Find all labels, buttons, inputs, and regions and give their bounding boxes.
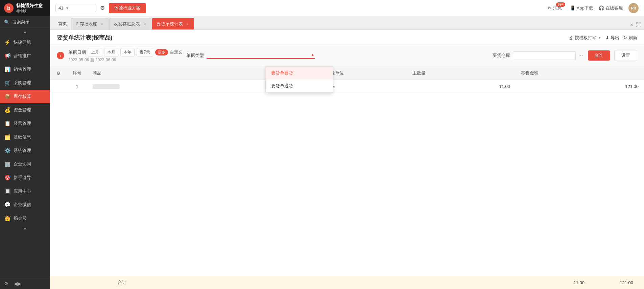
maximize-btn[interactable]: ⛶ (636, 22, 641, 28)
sidebar-search[interactable]: 🔍 搜索菜单 (0, 16, 50, 28)
app-center-icon: 🔲 (4, 188, 11, 195)
basic-icon: 🗂️ (4, 134, 11, 140)
table-row: 1 块 11.00 121.00 (50, 80, 644, 93)
sidebar-item-quick-nav[interactable]: ⚡ 快捷导航 (0, 36, 50, 49)
dropdown-item-requisition-order[interactable]: 要货单要货 (266, 67, 333, 80)
page-content: 要货单统计表(按商品) 🖨 按模板打印 ▼ ⬇ 导出 ↻ 刷新 › (50, 30, 644, 289)
sidebar-bottom: ⚙ ◀▶ (0, 278, 50, 289)
app-logo: b 畅捷通好生意 标准版 (0, 0, 50, 16)
table-area: ⚙ 序号 商品 主计量单位 主数量 (50, 67, 644, 276)
app-download-btn[interactable]: 📱 App下载 (570, 5, 593, 11)
tab-home[interactable]: 首页 (54, 18, 71, 29)
type-chevron-up-icon[interactable]: ▲ (311, 52, 315, 57)
row-qty: 11.00 (407, 80, 516, 93)
sidebar-item-operation[interactable]: 📋 经营管理 (0, 117, 50, 130)
filter-date-more[interactable]: 更多 (155, 49, 168, 55)
search-icon: 🔍 (4, 20, 9, 25)
close-all-tabs-btn[interactable]: × (630, 22, 633, 28)
print-icon: 🖨 (569, 35, 573, 40)
topbar-gear-icon[interactable]: ⚙ (100, 5, 105, 11)
online-service-btn[interactable]: 🎧 在线客服 (599, 5, 623, 11)
tab-actions: × ⛶ (630, 22, 641, 28)
footer-amount: 121.00 (605, 280, 639, 285)
warehouse-input[interactable] (513, 51, 576, 60)
filter-date-wrapper: 单据日期 上月 本月 本年 近7天 更多 自定义 2023-05-06 至 20… (68, 48, 182, 63)
col-seq: 序号 (67, 67, 87, 80)
filter-last-7-days[interactable]: 近7天 (137, 48, 153, 57)
finance-icon: 💰 (4, 107, 11, 113)
table-footer: 合计 11.00 121.00 (50, 276, 644, 289)
messages-btn[interactable]: ✉ 消息 99+ (548, 5, 562, 11)
sidebar-item-member[interactable]: 👑 畅会员 (0, 212, 50, 225)
tab-batch-account[interactable]: 库存批次账 × (71, 18, 109, 29)
footer-label: 合计 (55, 280, 126, 286)
filter-bar: › 单据日期 上月 本月 本年 近7天 更多 自定义 2023-05-06 至 … (50, 45, 644, 67)
data-table: ⚙ 序号 商品 主计量单位 主数量 (50, 67, 644, 93)
member-icon: 👑 (4, 215, 11, 222)
export-icon: ⬇ (605, 35, 609, 40)
wechat-icon: 💬 (4, 201, 11, 208)
filter-date-custom[interactable]: 自定义 (170, 49, 182, 55)
collapse-icon[interactable]: ◀▶ (14, 281, 21, 286)
print-template-btn[interactable]: 🖨 按模板打印 ▼ (569, 35, 601, 41)
export-btn[interactable]: ⬇ 导出 (605, 35, 619, 41)
operation-icon: 📋 (4, 120, 11, 127)
messages-badge: 99+ (556, 2, 565, 7)
filter-this-year[interactable]: 本年 (120, 48, 135, 57)
company-selector[interactable]: 41 ▼ (55, 4, 96, 12)
quick-nav-icon: ⚡ (4, 39, 11, 46)
user-avatar-btn[interactable]: Rit (628, 3, 639, 13)
type-select-wrapper[interactable]: ▲ (207, 52, 315, 59)
tab-receive-summary[interactable]: 收发存汇总表 × (109, 18, 151, 29)
filter-this-month[interactable]: 本月 (104, 48, 118, 57)
filter-last-month[interactable]: 上月 (88, 48, 102, 57)
tabbar: 首页 库存批次账 × 收发存汇总表 × 要货单统计表 × × ⛶ (50, 16, 644, 30)
sidebar-item-sales[interactable]: 📊 销售管理 (0, 63, 50, 76)
filter-expand-btn[interactable]: › (57, 52, 64, 59)
selector-dropdown-icon: ▼ (65, 6, 69, 10)
sidebar-item-finance[interactable]: 💰 资金管理 (0, 103, 50, 117)
refresh-btn[interactable]: ↻ 刷新 (623, 35, 637, 41)
settings-icon[interactable]: ⚙ (4, 281, 8, 286)
sidebar-scroll-up[interactable]: ▲ (0, 28, 50, 36)
filter-date-range: 2023-05-06 至 2023-06-06 (68, 57, 182, 63)
sidebar-scroll-down[interactable]: ▼ (0, 225, 50, 232)
sales-icon: 📊 (4, 66, 11, 73)
sidebar-item-purchase[interactable]: 🛒 采购管理 (0, 76, 50, 90)
type-dropdown: 要货单要货 要货单退货 (265, 66, 333, 93)
logo-icon: b (4, 3, 14, 13)
tab-requisition-stat[interactable]: 要货单统计表 × (152, 18, 194, 29)
sidebar-item-marketing[interactable]: 📢 营销推广 (0, 49, 50, 63)
warehouse-label: 要货仓库 (493, 52, 510, 59)
product-placeholder (93, 84, 120, 89)
row-product (87, 80, 259, 93)
sidebar-item-guide[interactable]: 🎯 新手引导 (0, 171, 50, 184)
industry-btn[interactable]: 体验行业方案 (109, 3, 146, 13)
filter-type-group: 单据类型 ▲ (186, 52, 488, 59)
tab-close-receive[interactable]: × (143, 22, 145, 26)
row-amount: 121.00 (516, 80, 644, 93)
filter-date-group: 单据日期 上月 本月 本年 近7天 更多 自定义 (68, 48, 182, 57)
tab-close-requisition[interactable]: × (186, 22, 188, 26)
col-amount: 零售金额 (516, 67, 644, 80)
col-qty: 主数量 (407, 67, 516, 80)
query-btn[interactable]: 查询 (588, 50, 610, 61)
sidebar-item-enterprise[interactable]: 🏢 企业协同 (0, 157, 50, 171)
page-header: 要货单统计表(按商品) 🖨 按模板打印 ▼ ⬇ 导出 ↻ 刷新 (50, 30, 644, 45)
sidebar-item-wechat[interactable]: 💬 企业微信 (0, 198, 50, 212)
sidebar-item-basic[interactable]: 🗂️ 基础信息 (0, 130, 50, 144)
message-icon: ✉ (548, 5, 552, 10)
marketing-icon: 📢 (4, 52, 11, 59)
tab-close-batch[interactable]: × (101, 22, 103, 26)
col-settings-icon[interactable]: ⚙ (56, 71, 61, 76)
sidebar-item-system[interactable]: ⚙️ 系统管理 (0, 144, 50, 157)
settings-btn[interactable]: 设置 (614, 50, 637, 61)
dropdown-item-requisition-return[interactable]: 要货单退货 (266, 80, 333, 92)
type-select-input[interactable] (207, 52, 311, 58)
filter-more-btn[interactable]: ··· (578, 52, 584, 59)
purchase-icon: 🛒 (4, 80, 11, 86)
sidebar-item-inventory[interactable]: 📦 库存核算 (0, 90, 50, 103)
topbar: 41 ▼ ⚙ 体验行业方案 ✉ 消息 99+ 📱 App下载 🎧 在线客服 (50, 0, 644, 16)
sidebar-item-app-center[interactable]: 🔲 应用中心 (0, 184, 50, 198)
page-actions: 🖨 按模板打印 ▼ ⬇ 导出 ↻ 刷新 (569, 35, 637, 41)
